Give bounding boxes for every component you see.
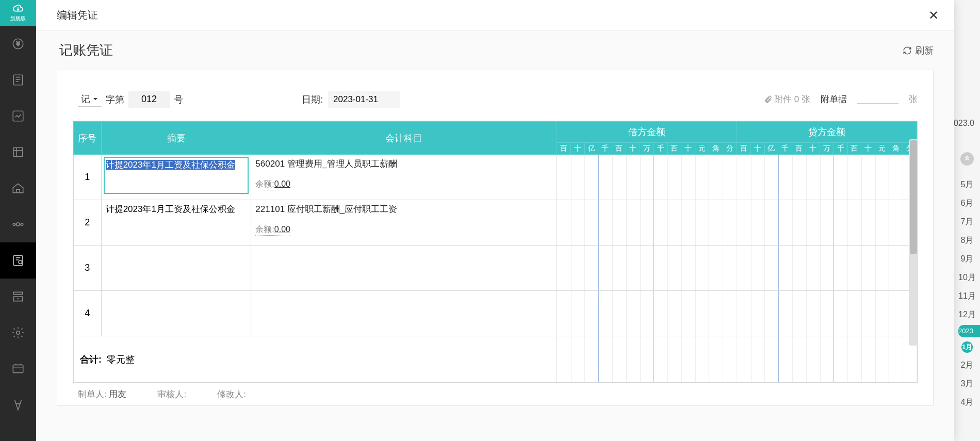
panel-title: 记账凭证: [57, 41, 113, 59]
summary-cell[interactable]: [101, 291, 251, 336]
sidebar-nav-11[interactable]: [0, 387, 36, 423]
th-digit: 百: [667, 143, 681, 155]
th-digit: 元: [695, 143, 709, 155]
th-digit: 十: [681, 143, 695, 155]
th-account: 会计科目: [251, 122, 557, 155]
timeline-month[interactable]: 10月: [954, 268, 980, 287]
svg-point-6: [13, 223, 15, 225]
th-digit: 万: [820, 143, 834, 155]
th-digit: 百: [737, 143, 750, 155]
th-digit: 千: [834, 143, 847, 155]
modal-header: 编辑凭证 ✕: [36, 0, 954, 31]
th-debit: 借方金额: [557, 122, 737, 143]
timeline-month[interactable]: 3月: [954, 374, 980, 393]
th-digit: 十: [750, 143, 764, 155]
sidebar-nav-5[interactable]: [0, 170, 36, 206]
account-cell[interactable]: [251, 291, 557, 336]
refresh-button[interactable]: 刷新: [903, 44, 934, 57]
total-cell: 合计: 零元整: [74, 336, 557, 383]
timeline-month[interactable]: 11月: [954, 287, 980, 305]
row-seq: 2: [74, 200, 102, 246]
svg-point-5: [17, 223, 20, 226]
th-digit: 十: [806, 143, 820, 155]
left-sidebar: 旗舰版 ¥: [0, 0, 36, 441]
account-cell[interactable]: [251, 246, 557, 291]
chevron-down-icon: [92, 96, 99, 102]
th-digit: 百: [612, 143, 626, 155]
th-summary: 摘要: [101, 122, 251, 155]
sidebar-nav-10[interactable]: [0, 351, 36, 387]
timeline-month[interactable]: 9月: [954, 250, 980, 268]
th-digit: 百: [847, 143, 861, 155]
th-digit: 元: [875, 143, 889, 155]
th-credit: 贷方金额: [737, 122, 917, 143]
summary-cell[interactable]: 计提2023年1月工资及社保公积金: [101, 200, 251, 246]
sidebar-nav-7[interactable]: [0, 242, 36, 279]
timeline-month[interactable]: 7月: [954, 213, 980, 231]
edit-voucher-modal: 编辑凭证 ✕ 记账凭证 刷新 记 字第 号 日期:: [36, 0, 954, 441]
svg-text:¥: ¥: [16, 40, 20, 47]
sidebar-nav-settings[interactable]: [0, 315, 36, 351]
attachment-link[interactable]: 附件 0 张: [764, 93, 810, 105]
sidebar-nav-4[interactable]: [0, 134, 36, 170]
voucher-table: 序号 摘要 会计科目 借方金额 贷方金额 百十亿千百十万千百十元角分百十亿千百十…: [73, 121, 918, 383]
voucher-type-select[interactable]: 记: [78, 92, 102, 107]
paperclip-icon: [764, 95, 772, 104]
timeline-month[interactable]: 8月: [954, 231, 980, 250]
svg-point-7: [21, 223, 23, 225]
th-digit: 百: [792, 143, 806, 155]
sidebar-nav-3[interactable]: [0, 98, 36, 134]
th-seq: 序号: [74, 122, 102, 155]
voucher-number-input[interactable]: [128, 91, 170, 108]
sidebar-nav-6[interactable]: [0, 206, 36, 242]
svg-point-9: [19, 260, 22, 264]
timeline-year-badge: 2023: [958, 325, 980, 337]
timeline-month[interactable]: 2月: [954, 356, 980, 374]
sidebar-nav-2[interactable]: [0, 62, 36, 98]
timeline-month[interactable]: 6月: [954, 194, 980, 213]
timeline-month[interactable]: 5月: [954, 175, 980, 194]
timeline-month[interactable]: 4月: [954, 393, 980, 412]
svg-point-10: [17, 331, 20, 335]
account-cell[interactable]: 221101 应付职工薪酬_应付职工工资余额:0.00: [251, 200, 557, 246]
total-credit: [737, 336, 917, 383]
debit-amount[interactable]: [557, 200, 737, 246]
th-digit: 万: [640, 143, 654, 155]
th-digit: 分: [723, 143, 737, 155]
credit-amount[interactable]: [737, 246, 917, 291]
voucher-footer: 制单人: 用友 审核人: 修改人:: [57, 383, 933, 405]
scroll-up-icon[interactable]: [960, 152, 974, 166]
sidebar-nav-8[interactable]: [0, 279, 36, 315]
modal-title: 编辑凭证: [57, 8, 98, 22]
credit-amount[interactable]: [737, 291, 917, 336]
label-hao: 号: [174, 93, 183, 106]
date-input[interactable]: [328, 91, 400, 108]
sidebar-nav-1[interactable]: ¥: [0, 26, 36, 62]
credit-amount[interactable]: [737, 155, 917, 200]
summary-cell[interactable]: 计提2023年1月工资及社保公积金: [101, 155, 251, 200]
th-digit: 角: [889, 143, 903, 155]
debit-amount[interactable]: [557, 246, 737, 291]
label-zidi: 字第: [106, 93, 124, 106]
attached-docs-input[interactable]: [857, 95, 899, 104]
refresh-icon: [903, 46, 912, 55]
th-digit: 亿: [764, 143, 778, 155]
summary-cell[interactable]: [101, 246, 251, 291]
th-digit: 千: [778, 143, 792, 155]
timeline-month[interactable]: 12月: [954, 305, 980, 324]
docs-unit: 张: [909, 93, 918, 105]
debit-amount[interactable]: [557, 291, 737, 336]
account-cell[interactable]: 560201 管理费用_管理人员职工薪酬余额:0.00: [251, 155, 557, 200]
timeline-month-current[interactable]: 1月: [954, 337, 980, 356]
debit-amount[interactable]: [557, 155, 737, 200]
modal-close-button[interactable]: ✕: [928, 8, 939, 23]
th-digit: 千: [654, 143, 667, 155]
app-logo: 旗舰版: [0, 0, 36, 26]
row-seq: 1: [74, 155, 102, 200]
th-digit: 角: [709, 143, 723, 155]
svg-rect-2: [13, 75, 22, 85]
voucher-panel: 记 字第 号 日期: 附件 0 张 附单据 张: [57, 70, 934, 406]
credit-amount[interactable]: [737, 200, 917, 246]
total-debit: [557, 336, 737, 383]
row-seq: 4: [74, 291, 102, 336]
